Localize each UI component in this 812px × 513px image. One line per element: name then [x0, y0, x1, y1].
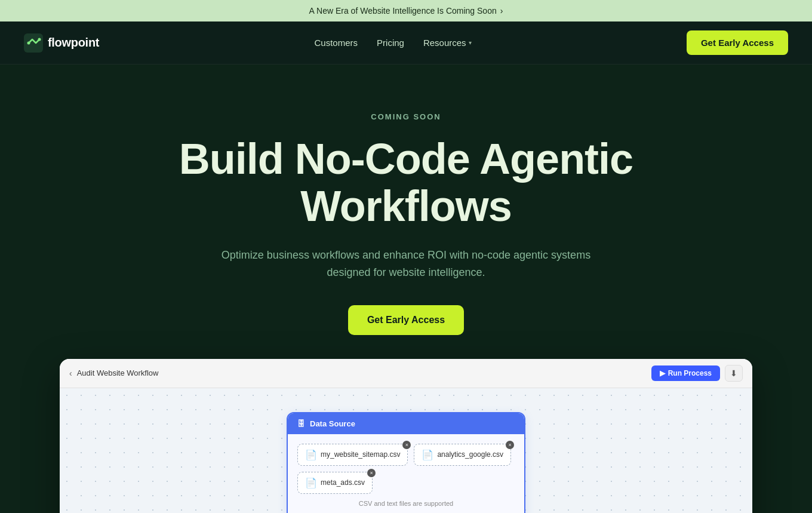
logo-text: flowpoint [48, 36, 99, 50]
svg-point-2 [38, 38, 41, 41]
file-icon-sitemap: 📄 [305, 449, 317, 460]
file-name-sitemap: my_website_sitemap.csv [321, 450, 400, 459]
file-chip-analytics: 📄 analytics_google.csv × [414, 444, 511, 466]
workflow-canvas: 🗄 Data Source 📄 my_website_sitemap.csv ×… [60, 388, 752, 513]
file-chip-sitemap: 📄 my_website_sitemap.csv × [297, 444, 408, 466]
workflow-title: Audit Website Workflow [77, 368, 159, 377]
card-header-label: Data Source [310, 419, 355, 428]
nav-links: Customers Pricing Resources ▾ [315, 38, 472, 48]
card-body: 📄 my_website_sitemap.csv × 📄 analytics_g… [288, 434, 524, 513]
file-chips-row-2: 📄 meta_ads.csv × [297, 472, 515, 494]
data-source-card: 🗄 Data Source 📄 my_website_sitemap.csv ×… [287, 412, 525, 513]
file-name-analytics: analytics_google.csv [437, 450, 503, 459]
navbar-cta-button[interactable]: Get Early Access [687, 30, 788, 55]
run-process-button[interactable]: ▶ Run Process [651, 365, 720, 381]
workflow-preview: ‹ Audit Website Workflow ▶ Run Process ⬇… [60, 359, 752, 513]
resources-chevron-icon: ▾ [469, 39, 472, 46]
file-icon-analytics: 📄 [422, 449, 433, 460]
run-icon: ▶ [660, 369, 665, 377]
hero-cta-button[interactable]: Get Early Access [348, 305, 464, 335]
remove-meta-icon[interactable]: × [367, 469, 376, 477]
hero-subtitle: Optimize business workflows and enhance … [203, 247, 609, 281]
nav-item-pricing[interactable]: Pricing [377, 38, 404, 48]
download-button[interactable]: ⬇ [725, 365, 743, 382]
nav-item-resources[interactable]: Resources ▾ [423, 38, 472, 48]
svg-point-1 [27, 41, 30, 44]
titlebar-left: ‹ Audit Website Workflow [69, 368, 158, 378]
hero-title: Build No-Code Agentic Workflows [107, 136, 705, 230]
svg-rect-0 [24, 33, 43, 53]
file-chips-row: 📄 my_website_sitemap.csv × 📄 analytics_g… [297, 444, 515, 466]
workflow-titlebar: ‹ Audit Website Workflow ▶ Run Process ⬇ [60, 359, 752, 388]
remove-analytics-icon[interactable]: × [506, 441, 514, 449]
logo-icon [24, 33, 43, 53]
file-chip-meta: 📄 meta_ads.csv × [297, 472, 373, 494]
logo[interactable]: flowpoint [24, 33, 99, 53]
csv-hint: CSV and text files are supported [297, 500, 515, 507]
announcement-arrow: › [500, 6, 503, 16]
announcement-bar[interactable]: A New Era of Website Intelligence Is Com… [0, 0, 812, 21]
announcement-text: A New Era of Website Intelligence Is Com… [309, 6, 497, 16]
remove-sitemap-icon[interactable]: × [402, 441, 411, 449]
file-icon-meta: 📄 [305, 477, 317, 489]
nav-item-customers[interactable]: Customers [315, 38, 358, 48]
card-header: 🗄 Data Source [288, 413, 524, 434]
back-arrow-icon[interactable]: ‹ [69, 368, 72, 378]
file-name-meta: meta_ads.csv [321, 478, 365, 487]
coming-soon-label: COMING SOON [24, 112, 788, 121]
data-source-icon: 🗄 [297, 419, 305, 428]
hero-section: COMING SOON Build No-Code Agentic Workfl… [0, 64, 812, 513]
titlebar-actions: ▶ Run Process ⬇ [651, 365, 743, 382]
navbar: flowpoint Customers Pricing Resources ▾ … [0, 21, 812, 64]
